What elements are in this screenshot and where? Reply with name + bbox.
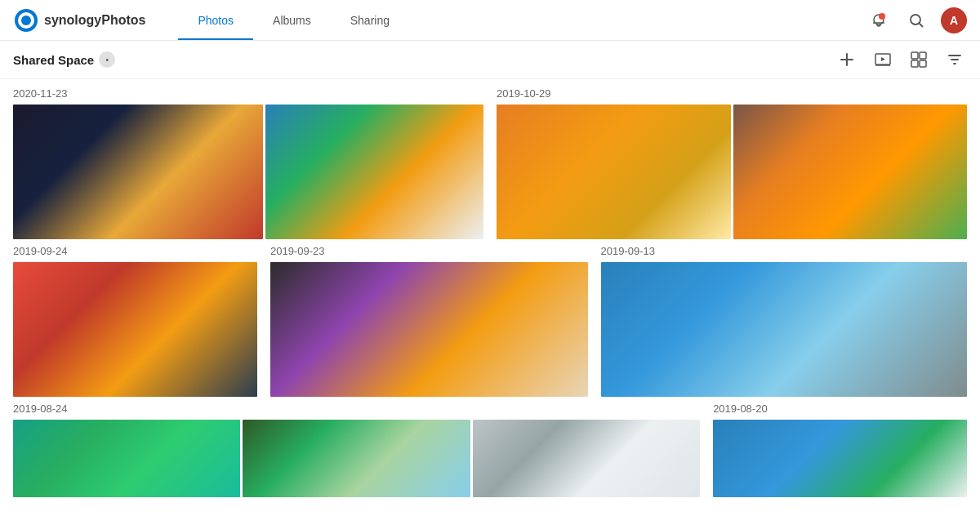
- slideshow-icon: [874, 51, 892, 69]
- bottom-date-row: 2019-08-24 2019-08-20: [13, 403, 967, 497]
- search-icon: [908, 12, 924, 29]
- section-2019-10-29: 2019-10-29: [497, 87, 967, 242]
- photo-island[interactable]: [713, 420, 967, 497]
- header-actions: A: [866, 7, 967, 33]
- photo-grid-2019-09-13: [601, 262, 967, 397]
- photo-dog-orange[interactable]: [497, 105, 731, 239]
- nav-tabs: Photos Albums Sharing: [178, 1, 866, 40]
- section-2020-11-23: 2020-11-23: [13, 87, 483, 242]
- section-2019-08-20: 2019-08-20: [713, 403, 967, 497]
- date-label-2019-08-20: 2019-08-20: [713, 403, 967, 415]
- slideshow-button[interactable]: [871, 47, 895, 72]
- date-label-2020-11-23: 2020-11-23: [13, 87, 483, 100]
- notification-icon: [871, 12, 887, 29]
- notification-button[interactable]: [866, 7, 892, 33]
- photo-mountain-lake[interactable]: [601, 262, 967, 397]
- photo-grid-2019-10-29: [497, 105, 967, 239]
- synology-logo-icon: [13, 7, 39, 33]
- breadcrumb: Shared Space •: [13, 51, 115, 68]
- photo-grid-2019-08-24: [13, 420, 700, 497]
- date-label-2019-10-29: 2019-10-29: [497, 87, 967, 100]
- photo-pool[interactable]: [13, 420, 240, 497]
- tab-sharing[interactable]: Sharing: [331, 2, 409, 40]
- grid-view-button[interactable]: [906, 47, 931, 72]
- svg-rect-9: [911, 60, 918, 67]
- svg-point-4: [879, 13, 885, 20]
- section-2019-09-23: 2019-09-23: [270, 245, 588, 399]
- photo-grid-2020-11-23: [13, 105, 483, 239]
- app-title: synologyPhotos: [44, 13, 145, 28]
- top-date-row: 2020-11-23 2019-10-29: [13, 87, 967, 242]
- photo-content: 2020-11-23 2019-10-29 2019-09-24 2019-09…: [0, 79, 980, 516]
- add-button[interactable]: [835, 47, 859, 72]
- svg-point-5: [911, 15, 920, 24]
- section-2019-08-24: 2019-08-24: [13, 403, 700, 497]
- breadcrumb-options-button[interactable]: •: [99, 51, 115, 68]
- photo-city-night[interactable]: [13, 105, 263, 239]
- filter-button[interactable]: [942, 47, 967, 72]
- breadcrumb-label: Shared Space: [13, 53, 94, 67]
- date-label-2019-08-24: 2019-08-24: [13, 403, 700, 415]
- section-2019-09-24: 2019-09-24: [13, 245, 257, 399]
- photo-forest[interactable]: [243, 420, 470, 497]
- photo-grid-2019-09-23: [270, 262, 588, 397]
- user-avatar[interactable]: A: [941, 7, 967, 33]
- toolbar-right: [835, 47, 967, 72]
- date-label-2019-09-24: 2019-09-24: [13, 245, 257, 257]
- photo-grid-2019-08-20: [713, 420, 967, 497]
- tab-albums[interactable]: Albums: [253, 2, 331, 40]
- logo-area: synologyPhotos: [13, 7, 145, 33]
- svg-rect-8: [920, 52, 926, 59]
- add-icon: [838, 51, 856, 69]
- date-label-2019-09-23: 2019-09-23: [270, 245, 588, 257]
- section-2019-09-13: 2019-09-13: [601, 245, 967, 399]
- photo-hiking[interactable]: [733, 105, 968, 239]
- toolbar: Shared Space •: [0, 41, 980, 79]
- photo-party[interactable]: [270, 262, 588, 397]
- svg-rect-7: [911, 52, 918, 59]
- svg-point-2: [21, 16, 31, 25]
- search-button[interactable]: [903, 7, 929, 33]
- header: synologyPhotos Photos Albums Sharing A: [0, 0, 980, 41]
- date-label-2019-09-13: 2019-09-13: [601, 245, 967, 257]
- mid-date-row: 2019-09-24 2019-09-23 2019-09-13: [13, 245, 967, 399]
- photo-amalfi[interactable]: [265, 105, 483, 239]
- tab-photos[interactable]: Photos: [178, 2, 253, 40]
- photo-selfie[interactable]: [13, 262, 257, 397]
- filter-icon: [946, 51, 964, 69]
- svg-rect-10: [920, 60, 926, 67]
- grid-icon: [910, 51, 928, 69]
- photo-grid-2019-09-24: [13, 262, 257, 397]
- photo-mist[interactable]: [473, 420, 700, 497]
